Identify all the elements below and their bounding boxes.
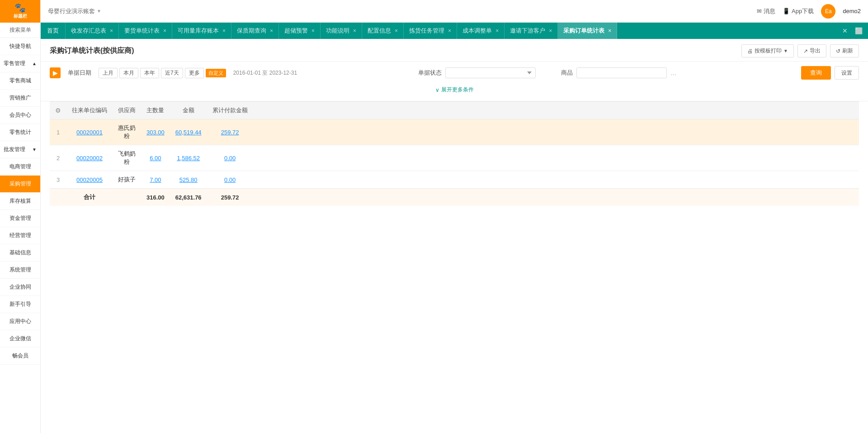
tab-available-stock[interactable]: 可用量库存账本 × xyxy=(172,23,231,39)
sidebar-item-enterprise-wechat[interactable]: 企业微信 xyxy=(0,330,40,347)
row-amount[interactable]: 1,586.52 xyxy=(170,145,207,171)
sidebar-item-marketing[interactable]: 营销推广 xyxy=(0,90,40,107)
row-qty[interactable]: 303.00 xyxy=(141,119,170,145)
tab-cost-adjust[interactable]: 成本调整单 × xyxy=(457,23,505,39)
sidebar-item-retail-shop[interactable]: 零售商城 xyxy=(0,72,40,90)
row-qty[interactable]: 6.00 xyxy=(141,145,170,171)
row-extra xyxy=(253,171,859,189)
print-button[interactable]: 🖨 按模板打印 ▼ xyxy=(741,44,794,57)
filter-row-1: ▶ 单据日期 上月 本月 本年 近7天 更多 自定义 2016-01-01 至 … xyxy=(50,66,859,80)
row-qty[interactable]: 7.00 xyxy=(141,171,170,189)
tab-close-icon[interactable]: × xyxy=(163,28,166,34)
footer-label: 合计 xyxy=(66,189,113,206)
message-icon: ✉ xyxy=(757,8,762,14)
tab-config-info[interactable]: 配置信息 × xyxy=(362,23,404,39)
row-amount[interactable]: 525.80 xyxy=(170,171,207,189)
filter-goods-label: 商品 xyxy=(561,69,573,77)
chevron-down-icon: ▼ xyxy=(783,48,788,53)
download-icon: 📱 xyxy=(783,8,790,14)
expand-more-conditions[interactable]: ∨ 展开更多条件 xyxy=(50,83,859,96)
app-download-button[interactable]: 📱 App下载 xyxy=(783,7,814,15)
tab-pick-task[interactable]: 拣货任务管理 × xyxy=(404,23,457,39)
table-settings-icon[interactable]: ⚙ xyxy=(55,107,61,114)
filter-goods-more-icon[interactable]: … xyxy=(670,70,676,76)
sidebar-item-ecommerce-mgmt[interactable]: 电商管理 xyxy=(0,158,40,176)
tab-close-icon[interactable]: × xyxy=(549,28,552,34)
th-extra xyxy=(253,102,859,119)
logo-icon: 🐾 xyxy=(14,3,26,12)
close-window-icon[interactable]: ✕ xyxy=(840,26,849,35)
tab-close-icon[interactable]: × xyxy=(270,28,273,34)
filter-settings-button[interactable]: 设置 xyxy=(835,66,859,80)
tab-close-icon[interactable]: × xyxy=(353,28,356,34)
sidebar-item-app-center[interactable]: 应用中心 xyxy=(0,313,40,330)
avatar[interactable]: Ea xyxy=(821,4,835,19)
tab-close-icon[interactable]: × xyxy=(110,28,113,34)
sidebar-item-retail-mgmt[interactable]: 零售管理 ▲ xyxy=(0,55,40,72)
sidebar-item-operations[interactable]: 经营管理 xyxy=(0,227,40,244)
tab-bar: 首页 收发存汇总表 × 要货单统计表 × 可用量库存账本 × 保质期查询 × 超… xyxy=(41,23,868,39)
row-paid[interactable]: 0.00 xyxy=(207,145,253,171)
date-more-btn[interactable]: 更多 xyxy=(185,68,204,78)
th-paid: 累计付款金额 xyxy=(207,102,253,119)
sidebar-item-member-center[interactable]: 会员中心 xyxy=(0,107,40,124)
row-code[interactable]: 00020001 xyxy=(66,119,113,145)
tab-expiry-query[interactable]: 保质期查询 × xyxy=(231,23,279,39)
filter-date-label: 单据日期 xyxy=(68,69,91,77)
tab-purchase-order-stats[interactable]: 采购订单统计表 × xyxy=(558,23,617,39)
th-qty: 主数量 xyxy=(141,102,170,119)
sidebar-item-system-mgmt[interactable]: 系统管理 xyxy=(0,262,40,279)
tab-close-icon[interactable]: × xyxy=(495,28,499,34)
filter-goods-input[interactable] xyxy=(576,67,667,78)
sidebar-item-finance[interactable]: 资金管理 xyxy=(0,210,40,227)
row-paid[interactable]: 0.00 xyxy=(207,171,253,189)
row-code[interactable]: 00020002 xyxy=(66,145,113,171)
export-button[interactable]: ↗ 导出 xyxy=(797,44,826,57)
tab-receive-summary[interactable]: 收发存汇总表 × xyxy=(66,23,119,39)
tab-close-icon[interactable]: × xyxy=(608,28,611,34)
tab-close-icon[interactable]: × xyxy=(448,28,451,34)
date-this-month-btn[interactable]: 本月 xyxy=(119,68,138,78)
filter-toggle-btn[interactable]: ▶ xyxy=(50,67,61,78)
sidebar-item-wholesale-mgmt[interactable]: 批发管理 ▼ xyxy=(0,141,40,158)
data-table: ⚙ 往来单位编码 供应商 主数量 金额 累计付款金额 1 00020001 惠氏… xyxy=(50,101,859,206)
date-7days-btn[interactable]: 近7天 xyxy=(161,68,183,78)
date-this-year-btn[interactable]: 本年 xyxy=(140,68,159,78)
tab-home[interactable]: 首页 xyxy=(41,23,66,39)
tab-close-icon[interactable]: × xyxy=(395,28,398,34)
sidebar-item-enterprise-collab[interactable]: 企业协同 xyxy=(0,279,40,296)
filter-status-select[interactable] xyxy=(445,67,536,78)
sidebar-item-purchase-mgmt[interactable]: 采购管理 xyxy=(0,176,40,193)
query-button[interactable]: 查询 xyxy=(801,66,831,80)
sidebar-item-member[interactable]: 畅会员 xyxy=(0,347,40,365)
workspace-selector[interactable]: 母婴行业演示账套 ▼ xyxy=(48,7,101,15)
sidebar-item-search[interactable]: 搜索菜单 xyxy=(0,23,40,38)
sidebar-item-retail-stats[interactable]: 零售统计 xyxy=(0,124,40,141)
export-icon: ↗ xyxy=(803,48,808,54)
sidebar-item-inventory[interactable]: 库存核算 xyxy=(0,193,40,210)
tab-overstock-warning[interactable]: 超储预警 × xyxy=(279,23,321,39)
date-last-month-btn[interactable]: 上月 xyxy=(99,68,118,78)
chevron-down-icon: ∨ xyxy=(435,87,439,93)
row-paid[interactable]: 259.72 xyxy=(207,119,253,145)
refresh-button[interactable]: ↺ 刷新 xyxy=(830,44,859,57)
tab-close-icon[interactable]: × xyxy=(311,28,315,34)
row-amount[interactable]: 60,519.44 xyxy=(170,119,207,145)
tab-invite-downstream[interactable]: 邀请下游客户 × xyxy=(505,23,558,39)
maximize-icon[interactable]: ⬜ xyxy=(853,26,864,35)
row-code[interactable]: 00020005 xyxy=(66,171,113,189)
top-bar: 母婴行业演示账套 ▼ ✉ 消息 📱 App下载 Ea demo2 xyxy=(41,0,868,23)
message-button[interactable]: ✉ 消息 xyxy=(757,7,775,15)
sidebar-item-newbie-guide[interactable]: 新手引导 xyxy=(0,296,40,313)
app-download-label: App下载 xyxy=(792,7,814,15)
date-custom-label[interactable]: 自定义 xyxy=(206,69,226,77)
tab-close-icon[interactable]: × xyxy=(222,28,226,34)
sidebar-item-basics[interactable]: 基础信息 xyxy=(0,244,40,262)
table-row: 2 00020002 飞鹤奶粉 6.00 1,586.52 0.00 xyxy=(50,145,859,171)
row-num: 3 xyxy=(50,171,66,189)
tab-order-stats[interactable]: 要货单统计表 × xyxy=(119,23,172,39)
th-setting[interactable]: ⚙ xyxy=(50,102,66,119)
tab-function-desc[interactable]: 功能说明 × xyxy=(321,23,362,39)
th-amount: 金额 xyxy=(170,102,207,119)
sidebar-item-quick-nav[interactable]: 快捷导航 xyxy=(0,38,40,55)
